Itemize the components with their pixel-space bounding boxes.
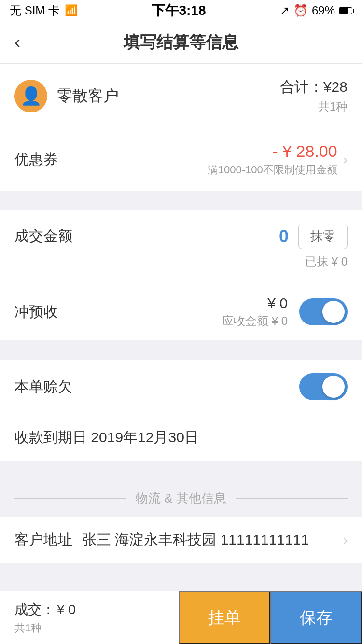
avatar-icon: 👤 — [20, 86, 42, 106]
due-date-text: 收款到期日 2019年12月30日 — [14, 429, 199, 445]
prepay-label: 冲预收 — [14, 302, 58, 322]
battery-percent: 69% — [312, 4, 335, 17]
address-section: 客户地址 张三 海淀永丰科技园 11111111111 › — [0, 517, 362, 563]
divider-right — [236, 498, 348, 499]
alarm-icon: ⏰ — [293, 4, 308, 17]
page-title: 填写结算等信息 — [124, 31, 238, 54]
bottom-deal-row: 成交： ¥ 0 — [14, 601, 164, 619]
logistics-label: 物流 & 其他信息 — [136, 490, 226, 507]
address-value: 张三 海淀永丰科技园 11111111111 — [82, 530, 343, 550]
section-divider-1 — [0, 200, 362, 210]
coupon-chevron-icon: › — [343, 152, 348, 168]
coupon-amount: - ¥ 28.00 — [208, 142, 337, 161]
prepay-info: ¥ 0 应收金额 ¥ 0 — [222, 295, 288, 329]
customer-row: 👤 零散客户 合计：¥28 共1种 — [0, 64, 362, 128]
save-button[interactable]: 保存 — [270, 591, 362, 644]
pending-button[interactable]: 挂单 — [179, 591, 270, 644]
round-zero-button[interactable]: 抹零 — [298, 224, 348, 249]
coupon-info: - ¥ 28.00 满1000-100不限制使用金额 — [208, 142, 337, 177]
prepay-toggle[interactable] — [299, 298, 348, 325]
section-divider-3 — [0, 471, 362, 480]
customer-name: 零散客户 — [57, 85, 119, 107]
status-bar: 无 SIM 卡 📶 下午3:18 ↗ ⏰ 69% — [0, 0, 362, 21]
sim-label: 无 SIM 卡 — [10, 3, 60, 18]
section-divider-2 — [0, 350, 362, 360]
prepay-sub-text: 应收金额 ¥ 0 — [222, 313, 288, 329]
deal-value[interactable]: 0 — [279, 226, 289, 247]
coupon-row[interactable]: 优惠券 - ¥ 28.00 满1000-100不限制使用金额 › — [0, 128, 362, 191]
address-chevron-icon: › — [343, 532, 348, 548]
bottom-bar: 成交： ¥ 0 共1种 挂单 保存 — [0, 591, 362, 644]
wifi-icon: 📶 — [65, 4, 78, 17]
debt-toggle-knob — [322, 376, 345, 398]
battery-icon — [339, 7, 352, 14]
debt-toggle[interactable] — [299, 373, 348, 400]
total-count: 共1种 — [280, 99, 348, 114]
logistics-section: 物流 & 其他信息 — [0, 480, 362, 517]
location-icon: ↗ — [280, 4, 290, 17]
coupon-label: 优惠券 — [14, 150, 58, 169]
deal-sub-text: 已抹 ¥ 0 — [14, 254, 348, 269]
customer-right: 合计：¥28 共1种 — [280, 77, 348, 114]
status-time: 下午3:18 — [152, 1, 206, 20]
status-left: 无 SIM 卡 📶 — [10, 3, 78, 18]
divider-left — [14, 498, 126, 499]
prepay-row: 冲预收 ¥ 0 应收金额 ¥ 0 — [0, 283, 362, 340]
debt-row: 本单赊欠 — [0, 360, 362, 414]
customer-section: 👤 零散客户 合计：¥28 共1种 优惠券 - ¥ 28.00 满1000-10… — [0, 64, 362, 191]
address-row[interactable]: 客户地址 张三 海淀永丰科技园 11111111111 › — [0, 517, 362, 563]
bottom-deal-amount: ¥ 0 — [57, 602, 76, 617]
bottom-deal-label: 成交： — [14, 601, 55, 619]
bottom-info: 成交： ¥ 0 共1种 — [0, 591, 179, 644]
bottom-count: 共1种 — [14, 621, 164, 635]
total-amount: 合计：¥28 — [280, 77, 348, 97]
address-label: 客户地址 — [14, 530, 72, 550]
nav-bar: ‹ 填写结算等信息 — [0, 21, 362, 64]
logistics-divider: 物流 & 其他信息 — [14, 490, 348, 507]
coupon-desc: 满1000-100不限制使用金额 — [208, 163, 337, 177]
status-right: ↗ ⏰ 69% — [280, 4, 352, 17]
toggle-knob — [322, 301, 345, 323]
deal-right: 0 抹零 — [279, 224, 348, 249]
prepay-right: ¥ 0 应收金额 ¥ 0 — [222, 295, 348, 329]
deal-amount-row: 成交金额 0 抹零 已抹 ¥ 0 — [0, 210, 362, 283]
coupon-right: - ¥ 28.00 满1000-100不限制使用金额 › — [208, 142, 348, 177]
debt-section: 本单赊欠 收款到期日 2019年12月30日 — [0, 360, 362, 461]
customer-left: 👤 零散客户 — [14, 80, 119, 112]
deal-section: 成交金额 0 抹零 已抹 ¥ 0 冲预收 ¥ 0 应收金额 ¥ 0 — [0, 210, 362, 340]
debt-label: 本单赊欠 — [14, 377, 72, 397]
prepay-amount: ¥ 0 — [222, 295, 288, 311]
due-date-row: 收款到期日 2019年12月30日 — [0, 414, 362, 461]
avatar: 👤 — [14, 80, 47, 112]
back-button[interactable]: ‹ — [14, 32, 20, 53]
deal-row: 成交金额 0 抹零 — [14, 224, 348, 249]
deal-amount-label: 成交金额 — [14, 226, 72, 246]
